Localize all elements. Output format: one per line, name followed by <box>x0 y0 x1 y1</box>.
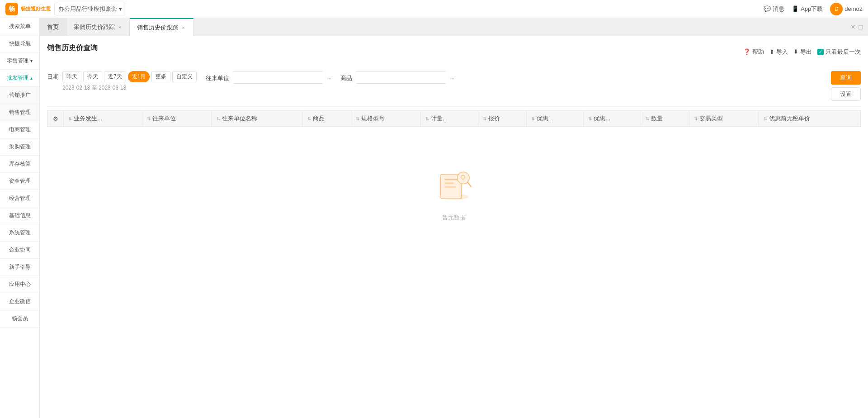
sidebar-item-retail-mgmt[interactable]: 零售管理 ▾ <box>0 52 39 70</box>
sidebar-item-vip[interactable]: 畅会员 <box>0 310 39 328</box>
col-unit[interactable]: ⇅ 计量... <box>421 111 478 127</box>
chevron-down-icon: ▾ <box>119 5 122 12</box>
sort-icon: ⇅ <box>764 116 767 121</box>
import-action[interactable]: ⬆ 导入 <box>769 48 788 56</box>
col-biz-date[interactable]: ⇅ 业务发生... <box>64 111 142 127</box>
checkbox-icon: ✓ <box>817 49 824 55</box>
partner-filter-label: 往来单位 <box>206 72 229 82</box>
date-btn-7days[interactable]: 近7天 <box>104 71 126 82</box>
maximize-window-icon[interactable]: □ <box>859 24 863 31</box>
date-filter-label: 日期 <box>47 71 59 81</box>
tab-home[interactable]: 首页 <box>40 18 66 36</box>
col-pretax-price[interactable]: ⇅ 优惠前无税单价 <box>759 111 861 127</box>
message-action[interactable]: 💬 消息 <box>764 5 784 13</box>
col-discount1[interactable]: ⇅ 优惠... <box>526 111 584 127</box>
sort-icon: ⇅ <box>147 116 151 121</box>
settings-icon[interactable]: ⚙ <box>53 115 58 122</box>
sidebar-item-sys-mgmt[interactable]: 系统管理 <box>0 224 39 242</box>
sidebar-item-search-menu[interactable]: 搜索菜单 <box>0 18 39 35</box>
goods-filter-label: 商品 <box>340 72 352 82</box>
col-discount2[interactable]: ⇅ 优惠... <box>584 111 641 127</box>
col-spec[interactable]: ⇅ 规格型号 <box>351 111 421 127</box>
empty-state: 暂元数据 <box>47 127 861 258</box>
partner-input[interactable] <box>233 71 323 84</box>
col-trade-type[interactable]: ⇅ 交易类型 <box>689 111 759 127</box>
sort-icon: ⇅ <box>588 116 592 121</box>
logo-text: 畅捷通好生意 <box>21 5 51 12</box>
query-button[interactable]: 查询 <box>831 71 861 85</box>
date-range-text: 2023-02-18 至 2023-03-18 <box>62 84 197 92</box>
tab-purchase[interactable]: 采购历史价跟踪 × <box>66 18 130 36</box>
sidebar-item-wechat[interactable]: 企业微信 <box>0 293 39 310</box>
logo-area: 畅 畅捷通好生意 <box>5 3 51 15</box>
sidebar-item-app-center[interactable]: 应用中心 <box>0 276 39 293</box>
sidebar-item-finance[interactable]: 资金管理 <box>0 173 39 190</box>
sidebar-item-sales-mgmt[interactable]: 销售管理 <box>0 104 39 121</box>
close-icon[interactable]: × <box>181 24 185 31</box>
help-action[interactable]: ❓ 帮助 <box>743 48 764 56</box>
settings-button[interactable]: 设置 <box>831 87 861 101</box>
date-filter-options: 昨天 今天 近7天 近1月 更多 自定义 2023-02-18 至 2023-0… <box>62 71 197 92</box>
sidebar-item-basic-info[interactable]: 基础信息 <box>0 207 39 224</box>
close-window-icon[interactable]: × <box>851 23 855 31</box>
col-price[interactable]: ⇅ 报价 <box>478 111 526 127</box>
app-selector[interactable]: 办公用品行业模拟账套 ▾ <box>54 3 126 15</box>
tab-sales[interactable]: 销售历史价跟踪 × <box>130 18 193 36</box>
sort-icon: ⇅ <box>646 116 649 121</box>
logo-icon: 畅 <box>5 3 18 15</box>
date-btn-more[interactable]: 更多 <box>151 71 170 82</box>
sidebar-item-label: 基础信息 <box>9 212 31 219</box>
tab-bar: 首页 采购历史价跟踪 × 销售历史价跟踪 × × □ <box>40 18 868 36</box>
export-icon: ⬇ <box>793 48 798 55</box>
close-icon[interactable]: × <box>118 24 122 31</box>
col-goods[interactable]: ⇅ 商品 <box>303 111 351 127</box>
tab-label: 采购历史价跟踪 <box>74 23 115 31</box>
date-btn-yesterday[interactable]: 昨天 <box>62 71 81 82</box>
goods-dots[interactable]: ... <box>450 74 454 81</box>
app-selector-label: 办公用品行业模拟账套 <box>58 5 117 13</box>
sidebar-item-label: 经营管理 <box>9 195 31 202</box>
app-download-action[interactable]: 📱 App下载 <box>792 5 823 13</box>
sidebar-item-label: 企业微信 <box>9 298 31 305</box>
sidebar-item-label: 畅会员 <box>12 315 28 323</box>
sidebar-item-label: 资金管理 <box>9 177 31 185</box>
sort-icon: ⇅ <box>217 116 220 121</box>
user-profile[interactable]: D demo2 <box>830 3 863 15</box>
sidebar-item-purchase[interactable]: 采购管理 <box>0 138 39 156</box>
sidebar-item-label: 采购管理 <box>9 143 31 151</box>
import-icon: ⬆ <box>769 48 774 55</box>
date-buttons: 昨天 今天 近7天 近1月 更多 自定义 <box>62 71 197 82</box>
sidebar-item-label: 销售管理 <box>9 109 31 115</box>
sidebar-item-label: 电商管理 <box>9 126 31 133</box>
tab-label: 首页 <box>47 23 59 31</box>
col-qty[interactable]: ⇅ 数量 <box>641 111 689 127</box>
sidebar-item-enterprise[interactable]: 企业协同 <box>0 242 39 259</box>
data-table: ⚙ ⇅ 业务发生... ⇅ 往来单 <box>47 110 861 127</box>
col-settings[interactable]: ⚙ <box>47 111 64 127</box>
date-btn-1month[interactable]: 近1月 <box>128 71 150 82</box>
sidebar-item-quick-nav[interactable]: 快捷导航 <box>0 35 39 52</box>
export-action[interactable]: ⬇ 导出 <box>793 48 812 56</box>
sort-icon: ⇅ <box>425 116 429 121</box>
sidebar-item-inventory[interactable]: 库存核算 <box>0 156 39 173</box>
sidebar-item-ecommerce[interactable]: 电商管理 <box>0 121 39 138</box>
col-partner-code[interactable]: ⇅ 往来单位 <box>142 111 212 127</box>
date-btn-custom[interactable]: 自定义 <box>172 71 197 82</box>
sidebar-item-marketing[interactable]: 营销推广 <box>0 87 39 104</box>
sidebar-item-label: 零售管理 <box>7 57 28 65</box>
col-partner-name[interactable]: ⇅ 往来单位名称 <box>212 111 302 127</box>
date-btn-today[interactable]: 今天 <box>83 71 102 82</box>
only-last-checkbox[interactable]: ✓ 只看最后一次 <box>817 48 861 56</box>
sidebar-item-guide[interactable]: 新手引导 <box>0 259 39 276</box>
goods-input[interactable] <box>356 71 446 84</box>
sidebar-item-wholesale-mgmt[interactable]: 批发管理 ▴ <box>0 70 39 87</box>
date-filter-group: 日期 昨天 今天 近7天 近1月 更多 自定义 2023-02-18 至 202… <box>47 71 197 92</box>
filter-area: 日期 昨天 今天 近7天 近1月 更多 自定义 2023-02-18 至 202… <box>47 66 861 107</box>
sidebar-item-label: 新手引导 <box>9 263 31 271</box>
tab-window-actions: × □ <box>845 23 868 31</box>
sidebar-item-ops[interactable]: 经营管理 <box>0 190 39 207</box>
partner-dots[interactable]: ... <box>327 74 331 81</box>
tab-label: 销售历史价跟踪 <box>137 24 178 32</box>
main-layout: 搜索菜单 快捷导航 零售管理 ▾ 批发管理 ▴ 营销推广 销售管理 电商管理 采… <box>0 18 868 418</box>
sidebar-item-label: 系统管理 <box>9 229 31 237</box>
